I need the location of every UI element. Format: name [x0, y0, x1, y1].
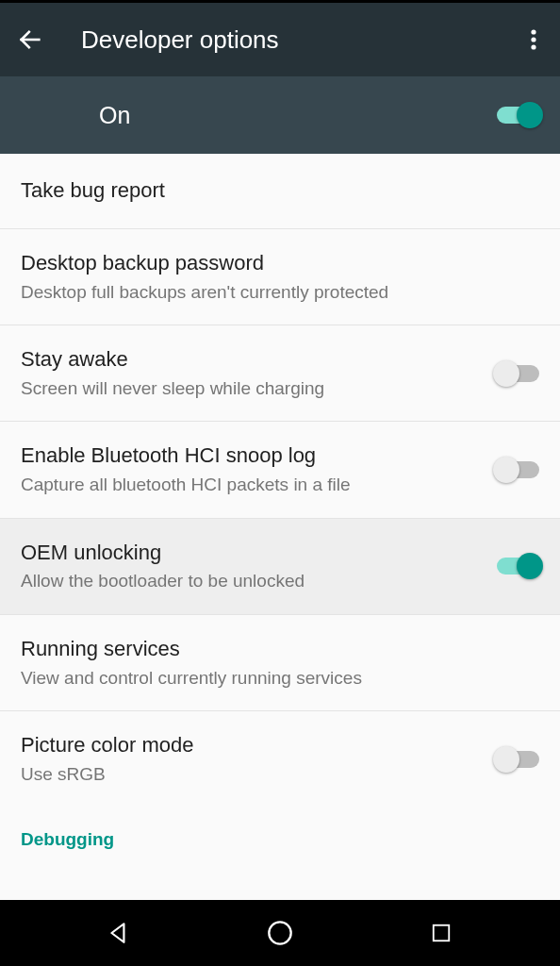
item-subtitle: Screen will never sleep while charging — [21, 376, 478, 401]
toggle-knob — [493, 746, 519, 773]
app-bar-title: Developer options — [81, 25, 520, 55]
item-title: Running services — [21, 636, 539, 663]
toggle-knob — [517, 553, 543, 579]
svg-point-3 — [269, 922, 290, 943]
svg-point-2 — [531, 44, 535, 49]
svg-point-1 — [531, 37, 535, 42]
navigation-bar — [0, 900, 560, 966]
section-header-debugging: Debugging — [0, 807, 560, 859]
text-block: Stay awake Screen will never sleep while… — [21, 346, 478, 400]
master-switch-label: On — [99, 102, 478, 129]
text-block: Enable Bluetooth HCI snoop log Capture a… — [21, 442, 478, 496]
settings-list: Take bug report Desktop backup password … — [0, 154, 560, 900]
text-block: Take bug report — [21, 177, 539, 205]
item-running-services[interactable]: Running services View and control curren… — [0, 615, 560, 711]
picture-color-toggle[interactable] — [497, 751, 539, 768]
oem-unlocking-toggle[interactable] — [497, 558, 539, 575]
item-title: Desktop backup password — [21, 250, 539, 277]
item-stay-awake[interactable]: Stay awake Screen will never sleep while… — [0, 325, 560, 422]
nav-back-icon[interactable] — [72, 900, 166, 966]
text-block: OEM unlocking Allow the bootloader to be… — [21, 540, 478, 593]
svg-point-0 — [531, 29, 535, 34]
toggle-knob — [493, 457, 519, 483]
item-title: OEM unlocking — [21, 540, 478, 567]
item-oem-unlocking[interactable]: OEM unlocking Allow the bootloader to be… — [0, 519, 560, 615]
item-title: Take bug report — [21, 177, 539, 205]
app-bar: Developer options — [0, 3, 560, 76]
item-subtitle: Desktop full backups aren't currently pr… — [21, 280, 539, 305]
overflow-menu-icon[interactable] — [520, 26, 547, 53]
master-switch-row[interactable]: On — [0, 76, 560, 154]
item-desktop-backup-password[interactable]: Desktop backup password Desktop full bac… — [0, 229, 560, 325]
item-subtitle: Capture all bluetooth HCI packets in a f… — [21, 473, 478, 497]
item-subtitle: Use sRGB — [21, 762, 478, 787]
item-picture-color-mode[interactable]: Picture color mode Use sRGB — [0, 711, 560, 807]
toggle-knob — [517, 102, 543, 128]
nav-home-icon[interactable] — [233, 900, 327, 966]
text-block: Desktop backup password Desktop full bac… — [21, 250, 539, 304]
item-bluetooth-hci-snoop[interactable]: Enable Bluetooth HCI snoop log Capture a… — [0, 422, 560, 518]
item-subtitle: View and control currently running servi… — [21, 666, 539, 691]
text-block: Picture color mode Use sRGB — [21, 732, 478, 786]
back-arrow-icon[interactable] — [17, 26, 43, 53]
nav-recent-icon[interactable] — [394, 900, 488, 966]
svg-rect-4 — [434, 925, 450, 941]
toggle-knob — [493, 360, 519, 387]
bluetooth-hci-toggle[interactable] — [497, 461, 539, 478]
item-title: Stay awake — [21, 346, 478, 374]
stay-awake-toggle[interactable] — [497, 365, 539, 382]
item-title: Enable Bluetooth HCI snoop log — [21, 442, 478, 470]
item-title: Picture color mode — [21, 732, 478, 759]
text-block: Running services View and control curren… — [21, 636, 539, 690]
master-switch-toggle[interactable] — [497, 107, 539, 124]
item-subtitle: Allow the bootloader to be unlocked — [21, 569, 478, 593]
item-take-bug-report[interactable]: Take bug report — [0, 154, 560, 229]
